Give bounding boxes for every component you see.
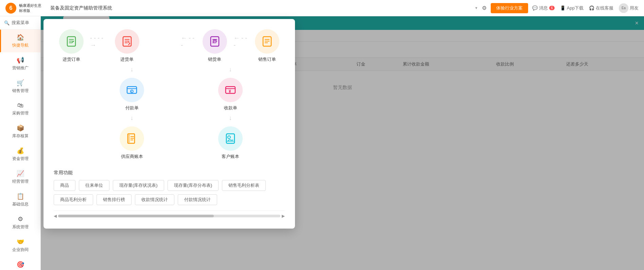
supplier-ledger-node: 供应商账本 (111, 126, 152, 160)
dropdown-arrow-icon[interactable]: ▼ (474, 6, 478, 10)
common-btn-4[interactable]: 销售毛利分析表 (222, 180, 266, 191)
sidebar-item-sales-mgmt[interactable]: 🛒 销售管理 (0, 75, 40, 98)
svg-point-30 (228, 136, 230, 139)
payment-bill-circle[interactable]: ¥ (120, 78, 144, 102)
down-arrow-payment: ↓ (111, 66, 152, 73)
sidebar: 🔍 搜索菜单 🏠 快捷导航 📢 营销推广 🛒 销售管理 🛍 采购管理 📦 库存核… (0, 16, 41, 270)
scroll-track[interactable] (58, 215, 280, 217)
down-arrow-receipt: ↓ (210, 66, 251, 73)
common-btn-7[interactable]: 收款情况统计 (135, 194, 174, 205)
payment-bill-node: ¥ 付款单 (111, 78, 152, 111)
online-service-label: 在线客服 (596, 5, 613, 11)
sidebar-label-quick-guide: 快捷导航 (12, 42, 29, 48)
customer-ledger-circle[interactable] (218, 126, 243, 151)
app-download-label: App下载 (567, 5, 584, 11)
active-indicator (0, 30, 1, 52)
base-info-icon: 📋 (17, 193, 24, 200)
flow-row-2: ¥ 付款单 ¥ 收款单 (54, 78, 285, 111)
sidebar-item-base-info[interactable]: 📋 基础信息 (0, 188, 40, 211)
sales-order-node: 销售订单 (250, 29, 285, 62)
scroll-right-button[interactable]: ▶ (282, 214, 285, 218)
home-icon: 🏠 (17, 34, 24, 41)
header-actions: 💬 消息 6 📱 App下载 🎧 在线客服 Ea 用友 (532, 3, 639, 13)
search-menu-button[interactable]: 🔍 搜索菜单 (0, 16, 40, 30)
sidebar-label-sys: 系统管理 (12, 224, 29, 230)
logo-icon: 6 (5, 3, 16, 14)
purchase-order-label: 进货订单 (63, 56, 80, 62)
search-menu-label: 搜索菜单 (12, 20, 29, 26)
sidebar-item-inventory[interactable]: 📦 库存核算 (0, 120, 40, 143)
sidebar-label-inventory: 库存核算 (12, 133, 29, 139)
sidebar-item-newbie[interactable]: 🎯 新手引导 (0, 257, 40, 270)
common-btn-0[interactable]: 商品 (54, 180, 75, 191)
customer-ledger-node: 客户账本 (210, 126, 251, 160)
download-icon: 📱 (560, 5, 565, 11)
modal-overlay[interactable]: 进货订单 - - - - → 进货单 ← - - - (41, 16, 644, 270)
purchase-receipt-circle[interactable] (115, 29, 139, 54)
app-download-button[interactable]: 📱 App下载 (560, 5, 584, 11)
arrow-left-2: ← - - - (232, 35, 250, 49)
sidebar-label-sales: 销售管理 (12, 88, 29, 94)
receipt-bill-node: ¥ 收款单 (210, 78, 251, 111)
sidebar-label-purchase: 采购管理 (12, 110, 29, 116)
purchase-receipt-label: 进货单 (120, 56, 134, 62)
common-btn-6[interactable]: 销售排行榜 (97, 194, 132, 205)
logo-line2: 标准版 (19, 8, 41, 13)
purchase-icon: 🛍 (17, 102, 23, 109)
sidebar-label-marketing: 营销推广 (12, 65, 29, 71)
sidebar-item-sys-mgmt[interactable]: ⚙ 系统管理 (0, 211, 40, 234)
sidebar-item-marketing[interactable]: 📢 营销推广 (0, 52, 40, 75)
supplier-ledger-label: 供应商账本 (121, 154, 143, 160)
user-name-label: 用友 (630, 5, 639, 11)
down-arrow-payment-icon: ↓ (130, 66, 134, 73)
online-service-button[interactable]: 🎧 在线客服 (589, 5, 613, 11)
flow-row-3: 供应商账本 客户账本 (54, 126, 285, 160)
try-button[interactable]: 体验行业方案 (491, 3, 528, 13)
down-arrow-receipt-icon: ↓ (229, 66, 232, 73)
logo-text: 畅康通好生意 标准版 (19, 3, 41, 13)
purchase-receipt-node: 进货单 (109, 29, 144, 62)
sales-bill-circle[interactable] (203, 29, 227, 54)
common-btn-3[interactable]: 现存量(库存分布表) (168, 180, 219, 191)
svg-text:¥: ¥ (229, 89, 231, 94)
common-btn-1[interactable]: 往来单位 (79, 180, 109, 191)
common-btn-2[interactable]: 现存量(库存状况表) (113, 180, 164, 191)
flow-down-row: ↓ ↓ (54, 66, 285, 73)
common-btn-5[interactable]: 商品毛利分析 (54, 194, 93, 205)
sales-bill-node: 销货单 (197, 29, 232, 62)
sidebar-item-quick-guide[interactable]: 🏠 快捷导航 (0, 30, 40, 52)
supplier-ledger-circle[interactable] (120, 126, 144, 151)
sidebar-item-finance[interactable]: 💰 资金管理 (0, 143, 40, 166)
top-header: 6 畅康通好生意 标准版 装备及固定资产辅助管理系统 ▼ ⚙ 体验行业方案 💬 … (0, 0, 644, 16)
system-title: 装备及固定资产辅助管理系统 (50, 5, 470, 11)
down-arrow-customer-icon: ↓ (229, 114, 232, 121)
svg-rect-25 (128, 134, 130, 143)
scroll-thumb[interactable] (58, 215, 214, 217)
finance-icon: 💰 (17, 147, 24, 155)
message-badge: 6 (549, 6, 555, 10)
sidebar-label-base: 基础信息 (12, 201, 29, 207)
sales-order-circle[interactable] (255, 29, 279, 54)
common-functions-title: 常用功能 (54, 170, 285, 176)
common-buttons-row-1: 商品往来单位现存量(库存状况表)现存量(库存分布表)销售毛利分析表商品毛利分析销… (54, 180, 285, 205)
gear-icon[interactable]: ⚙ (482, 5, 487, 11)
sidebar-item-purchase-mgmt[interactable]: 🛍 采购管理 (0, 98, 40, 120)
message-button[interactable]: 💬 消息 6 (532, 5, 555, 11)
inventory-icon: 📦 (17, 124, 24, 132)
sidebar-label-finance: 资金管理 (12, 156, 29, 162)
receipt-bill-circle[interactable]: ¥ (218, 78, 243, 102)
scroll-left-button[interactable]: ◀ (54, 214, 57, 218)
avatar: Ea (619, 3, 628, 13)
down-arrow-supplier: ↓ (111, 114, 152, 122)
logo-area: 6 畅康通好生意 标准版 (5, 3, 46, 14)
customer-ledger-label: 客户账本 (222, 154, 239, 160)
purchase-order-circle[interactable] (59, 29, 84, 54)
sidebar-item-enterprise[interactable]: 🤝 企业协同 (0, 234, 40, 257)
user-menu-button[interactable]: Ea 用友 (619, 3, 639, 13)
flow-down-row-2: ↓ ↓ (54, 114, 285, 122)
common-btn-8[interactable]: 付款情况统计 (178, 194, 217, 205)
service-icon: 🎧 (589, 5, 594, 11)
newbie-icon: 🎯 (17, 261, 24, 268)
search-icon: 🔍 (4, 20, 10, 25)
sidebar-item-operations[interactable]: 📈 经营管理 (0, 166, 40, 188)
